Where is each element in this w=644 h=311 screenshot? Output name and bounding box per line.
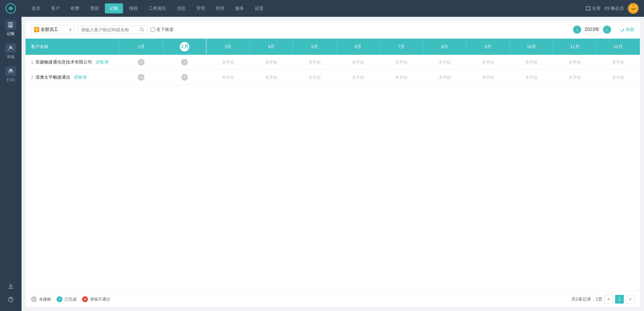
cell-m6: 未开始: [336, 70, 380, 85]
content: 全 全部员工 ▾ 名下账套 ‹ 2023年: [22, 17, 644, 311]
legend-rejected-label: 审核不通过: [90, 297, 110, 302]
sidebar-item-print[interactable]: 打印: [0, 63, 22, 86]
employee-select[interactable]: 全 全部员工 ▾: [31, 25, 75, 34]
search-icon: [139, 27, 144, 32]
col-m2: 2月: [163, 39, 206, 55]
cell-m12: 未开始: [596, 55, 640, 70]
legend-completed: ✓ 已完成: [56, 296, 77, 302]
sidebar-item-bookkeeping[interactable]: 记账: [0, 17, 22, 40]
col-m12: 12月: [596, 39, 640, 55]
cell-m3: 未开始: [206, 70, 250, 85]
next-page-btn[interactable]: >: [626, 295, 635, 304]
refresh-btn[interactable]: 刷新: [620, 27, 635, 33]
refresh-label: 刷新: [626, 27, 635, 33]
status-dash-icon: −: [138, 74, 145, 81]
cell-m4: 未开始: [250, 70, 293, 85]
status-not-started: 未开始: [309, 75, 321, 80]
col-m5: 5月: [293, 39, 336, 55]
enter-ledger-btn[interactable]: 进账簿: [95, 60, 109, 65]
user-avatar[interactable]: 🐱: [628, 3, 639, 14]
sidebar-item-audit[interactable]: 审核: [0, 40, 22, 63]
cell-m10: 未开始: [510, 55, 553, 70]
status-not-started: 未开始: [265, 75, 277, 80]
table-row: 2漠澳太平畅捷通信进账簿−−未开始未开始未开始未开始未开始未开始未开始未开始未开…: [26, 70, 640, 85]
main-table: 客户名称 1月 2月 3月 4月 5月 6月: [26, 39, 640, 85]
customer-name: 漠澳太平畅捷通信: [35, 75, 70, 80]
status-dash-icon: −: [138, 59, 145, 66]
year-next-btn[interactable]: ›: [603, 26, 611, 34]
search-input[interactable]: [81, 27, 137, 32]
sidebar-item-label: 打印: [7, 77, 15, 83]
svg-rect-7: [9, 69, 12, 71]
nav-customer[interactable]: 客户: [46, 3, 65, 13]
col-m3: 3月: [206, 39, 250, 55]
svg-rect-8: [9, 72, 12, 73]
employee-tag: 全: [34, 27, 39, 32]
nav-home[interactable]: 首页: [27, 3, 45, 13]
customer-name: 安徽畅捷通信息技术有限公司: [35, 60, 92, 65]
cell-m10: 未开始: [510, 70, 553, 85]
status-not-started: 未开始: [352, 60, 364, 65]
toolbar: 全 全部员工 ▾ 名下账套 ‹ 2023年: [26, 21, 640, 39]
cell-m9: 未开始: [467, 70, 510, 85]
page-1-btn[interactable]: 1: [615, 295, 624, 304]
cell-name: 2漠澳太平畅捷通信进账簿: [26, 70, 120, 85]
status-not-started: 未开始: [222, 75, 234, 80]
cell-m4: 未开始: [250, 55, 293, 70]
col-m11: 11月: [553, 39, 597, 55]
cell-m3: 未开始: [206, 55, 250, 70]
svg-rect-4: [9, 25, 11, 26]
nav-service[interactable]: 服务: [231, 3, 249, 13]
cell-m6: 未开始: [336, 55, 380, 70]
nav-bookkeeping[interactable]: 记账: [105, 3, 123, 13]
total-records: 共2条记录，1页: [571, 296, 602, 302]
sidebar-bottom: [0, 280, 22, 311]
fullscreen-label: 全屏: [592, 5, 601, 11]
col-m6: 6月: [336, 39, 380, 55]
cell-m5: 未开始: [293, 70, 336, 85]
completed-icon: ✓: [56, 296, 63, 302]
sidebar-item-support[interactable]: [0, 294, 22, 306]
nav-tax[interactable]: 报税: [124, 3, 143, 13]
active-month-circle: 2月: [180, 42, 189, 51]
my-accounts-checkbox[interactable]: 名下账套: [151, 27, 174, 33]
status-not-started: 未开始: [439, 75, 451, 80]
nav-settings[interactable]: 设置: [250, 3, 268, 13]
status-not-started: 未开始: [439, 60, 451, 65]
nav-manage[interactable]: 管理: [192, 3, 210, 13]
my-accounts-check[interactable]: [151, 28, 155, 32]
topnav-right: 全屏 畅会员 🐱: [586, 3, 639, 14]
employee-label: 全部员工: [41, 27, 58, 33]
status-not-started: 未开始: [309, 60, 321, 65]
row-num: 1: [31, 60, 33, 65]
vip-btn[interactable]: 畅会员: [605, 5, 624, 11]
main-wrap: 首页 客户 收费 票据 记账 报税 工商项目 消息 管理 经营 服务 设置 全屏: [22, 0, 644, 311]
legend-completed-label: 已完成: [65, 297, 77, 302]
col-m7: 7月: [380, 39, 423, 55]
nav-billing[interactable]: 收费: [66, 3, 84, 13]
sidebar-item-label: 审核: [7, 54, 15, 60]
row-num: 2: [31, 75, 33, 80]
col-m8: 8月: [423, 39, 467, 55]
nav-invoice[interactable]: 票据: [85, 3, 104, 13]
bookkeeping-icon: [5, 20, 16, 30]
cell-name: 1安徽畅捷通信息技术有限公司进账簿: [26, 55, 120, 70]
year-prev-btn[interactable]: ‹: [573, 26, 581, 34]
search-input-wrap: [78, 26, 147, 34]
status-not-started: 未开始: [569, 75, 581, 80]
cell-m12: 未开始: [596, 70, 640, 85]
nav-operate[interactable]: 经营: [211, 3, 229, 13]
sidebar-item-download[interactable]: [0, 280, 22, 292]
topnav: 首页 客户 收费 票据 记账 报税 工商项目 消息 管理 经营 服务 设置 全屏: [22, 0, 644, 17]
col-m4: 4月: [250, 39, 293, 55]
svg-rect-13: [605, 7, 609, 10]
status-not-started: 未开始: [482, 75, 494, 80]
nav-bizitems[interactable]: 工商项目: [144, 3, 171, 13]
nav-message[interactable]: 消息: [172, 3, 190, 13]
prev-page-btn[interactable]: <: [604, 295, 613, 304]
enter-ledger-btn[interactable]: 进账簿: [74, 75, 87, 80]
svg-rect-9: [8, 288, 13, 288]
fullscreen-btn[interactable]: 全屏: [586, 5, 601, 11]
not-created-icon: −: [31, 296, 37, 302]
cell-m11: 未开始: [553, 55, 597, 70]
